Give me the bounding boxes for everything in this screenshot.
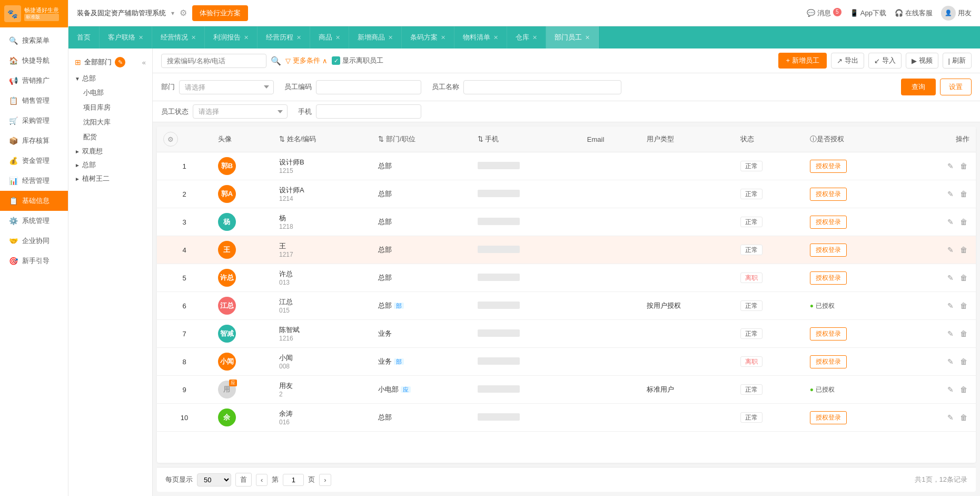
edit-btn-0[interactable]: ✎ bbox=[945, 161, 956, 171]
navtab-barcode[interactable]: 条码方案✕ bbox=[402, 26, 454, 48]
navtab-materials[interactable]: 物料清单✕ bbox=[454, 26, 507, 48]
auth-btn-7[interactable]: 授权登录 bbox=[810, 355, 847, 368]
online-service-btn[interactable]: 🎧 在线客服 bbox=[895, 8, 933, 18]
col-dept[interactable]: ⇅ 部门/职位 bbox=[372, 127, 471, 152]
sidebar-item-inventory[interactable]: 📦库存核算 bbox=[0, 131, 68, 151]
search-btn[interactable]: 🔍 bbox=[271, 56, 281, 66]
col-name-code[interactable]: ⇅ 姓名/编码 bbox=[273, 127, 372, 152]
auth-btn-2[interactable]: 授权登录 bbox=[810, 216, 847, 229]
prev-page-btn[interactable]: ‹ bbox=[256, 474, 268, 486]
navtab-close-dept-employee[interactable]: ✕ bbox=[585, 34, 590, 41]
dept-item-0-2[interactable]: 沈阳大库 bbox=[68, 115, 152, 130]
edit-btn-5[interactable]: ✎ bbox=[945, 300, 956, 311]
user-menu[interactable]: 👤 用友 bbox=[941, 6, 972, 21]
navtab-goods[interactable]: 商品✕ bbox=[310, 26, 349, 48]
navtab-close-new-goods[interactable]: ✕ bbox=[388, 34, 393, 41]
edit-btn-8[interactable]: ✎ bbox=[945, 384, 956, 395]
dept-filter-select[interactable]: 请选择 bbox=[179, 80, 274, 94]
auth-btn-4[interactable]: 授权登录 bbox=[810, 271, 847, 285]
auth-btn-9[interactable]: 授权登录 bbox=[810, 411, 847, 424]
add-employee-btn[interactable]: + 新增员工 bbox=[778, 53, 826, 69]
edit-btn-2[interactable]: ✎ bbox=[945, 217, 956, 227]
navtab-history[interactable]: 经营历程✕ bbox=[258, 26, 310, 48]
topbar-dropdown-icon[interactable]: ▾ bbox=[171, 9, 174, 17]
delete-btn-8[interactable]: 🗑 bbox=[958, 384, 969, 395]
sidebar-item-corp[interactable]: 🤝企业协同 bbox=[0, 231, 68, 251]
navtab-close-barcode[interactable]: ✕ bbox=[441, 34, 446, 41]
dept-item-0-3[interactable]: 配货 bbox=[68, 130, 152, 144]
topbar-settings-icon[interactable]: ⚙ bbox=[180, 8, 187, 18]
navtab-close-customer[interactable]: ✕ bbox=[138, 34, 143, 41]
navtab-profit[interactable]: 利润报告✕ bbox=[205, 26, 258, 48]
dept-group-3[interactable]: ►植树王二 bbox=[68, 172, 152, 186]
sidebar-item-sales[interactable]: 📋销售管理 bbox=[0, 91, 68, 111]
navtab-warehouse[interactable]: 仓库✕ bbox=[507, 26, 546, 48]
navtab-home[interactable]: 首页 bbox=[68, 26, 100, 48]
navtab-close-history[interactable]: ✕ bbox=[296, 34, 301, 41]
navtab-new-goods[interactable]: 新增商品✕ bbox=[349, 26, 402, 48]
table-settings-icon[interactable]: ⚙ bbox=[163, 132, 178, 147]
edit-btn-1[interactable]: ✎ bbox=[945, 189, 956, 199]
sidebar-item-search-menu[interactable]: 🔍搜索菜单 bbox=[0, 31, 68, 51]
navtab-close-finance[interactable]: ✕ bbox=[191, 34, 196, 41]
navtab-close-materials[interactable]: ✕ bbox=[493, 34, 498, 41]
navtab-close-warehouse[interactable]: ✕ bbox=[532, 34, 537, 41]
phone-input[interactable] bbox=[316, 104, 421, 119]
auth-btn-3[interactable]: 授权登录 bbox=[810, 244, 847, 257]
page-number-input[interactable] bbox=[283, 474, 304, 486]
per-page-select[interactable]: 50 bbox=[197, 473, 231, 487]
view-btn[interactable]: ▶ 视频 bbox=[906, 53, 938, 69]
edit-btn-9[interactable]: ✎ bbox=[945, 412, 956, 423]
edit-btn-6[interactable]: ✎ bbox=[945, 328, 956, 339]
search-input[interactable] bbox=[161, 54, 266, 68]
delete-btn-0[interactable]: 🗑 bbox=[958, 161, 969, 171]
edit-btn-3[interactable]: ✎ bbox=[945, 245, 956, 255]
dept-group-1[interactable]: ►双鹿想 bbox=[68, 144, 152, 158]
emp-name-input[interactable] bbox=[463, 80, 621, 94]
export-btn[interactable]: ↗ 导出 bbox=[831, 53, 864, 69]
dept-item-0-0[interactable]: 小电部 bbox=[68, 85, 152, 100]
show-resigned-checkbox[interactable]: ✓ bbox=[332, 56, 340, 65]
delete-btn-6[interactable]: 🗑 bbox=[958, 328, 969, 339]
edit-btn-4[interactable]: ✎ bbox=[945, 273, 956, 283]
auth-btn-0[interactable]: 授权登录 bbox=[810, 160, 847, 173]
delete-btn-1[interactable]: 🗑 bbox=[958, 189, 969, 199]
import-btn[interactable]: ↙ 导入 bbox=[868, 53, 902, 69]
delete-btn-5[interactable]: 🗑 bbox=[958, 300, 969, 311]
edit-btn-7[interactable]: ✎ bbox=[945, 356, 956, 367]
navtab-finance[interactable]: 经营情况✕ bbox=[152, 26, 205, 48]
auth-btn-1[interactable]: 授权登录 bbox=[810, 188, 847, 201]
navtab-close-goods[interactable]: ✕ bbox=[335, 34, 340, 41]
navtab-close-profit[interactable]: ✕ bbox=[244, 34, 249, 41]
trial-btn[interactable]: 体验行业方案 bbox=[192, 5, 248, 21]
auth-btn-6[interactable]: 授权登录 bbox=[810, 327, 847, 341]
dept-group-0[interactable]: ▼总部 bbox=[68, 72, 152, 85]
delete-btn-7[interactable]: 🗑 bbox=[958, 356, 969, 367]
col-phone[interactable]: ⇅ 手机 bbox=[471, 127, 581, 152]
more-filters-btn[interactable]: ▽ 更多条件 ∧ bbox=[285, 56, 328, 65]
query-btn[interactable]: 查询 bbox=[901, 79, 936, 95]
emp-status-select[interactable]: 请选择 bbox=[193, 104, 288, 119]
message-btn[interactable]: 💬 消息 5 bbox=[807, 8, 842, 18]
sidebar-item-marketing[interactable]: 📢营销推广 bbox=[0, 71, 68, 91]
settings-btn[interactable]: 设置 bbox=[940, 79, 972, 95]
delete-btn-4[interactable]: 🗑 bbox=[958, 273, 969, 283]
dept-tree-collapse-btn[interactable]: « bbox=[142, 59, 146, 66]
emp-code-input[interactable] bbox=[316, 80, 421, 94]
navtab-customer[interactable]: 客户联络✕ bbox=[100, 26, 152, 48]
dept-item-0-1[interactable]: 项目库房 bbox=[68, 100, 152, 115]
refresh-btn[interactable]: | 刷新 bbox=[943, 53, 972, 69]
sidebar-item-basic[interactable]: 📋基础信息 bbox=[0, 191, 68, 211]
dept-group-2[interactable]: ►总部 bbox=[68, 158, 152, 172]
delete-btn-9[interactable]: 🗑 bbox=[958, 412, 969, 423]
sidebar-item-quick-nav[interactable]: 🏠快捷导航 bbox=[0, 51, 68, 71]
dept-edit-icon[interactable]: ✎ bbox=[115, 57, 125, 67]
sidebar-item-guide[interactable]: 🎯新手引导 bbox=[0, 251, 68, 271]
sidebar-item-system[interactable]: ⚙️系统管理 bbox=[0, 211, 68, 231]
next-page-btn[interactable]: › bbox=[319, 474, 331, 486]
delete-btn-3[interactable]: 🗑 bbox=[958, 245, 969, 255]
sidebar-item-purchase[interactable]: 🛒采购管理 bbox=[0, 111, 68, 131]
show-resigned-check[interactable]: ✓ 显示离职员工 bbox=[332, 56, 383, 65]
app-download-btn[interactable]: 📱 App下载 bbox=[850, 8, 886, 18]
sidebar-item-capital[interactable]: 💰资金管理 bbox=[0, 151, 68, 171]
